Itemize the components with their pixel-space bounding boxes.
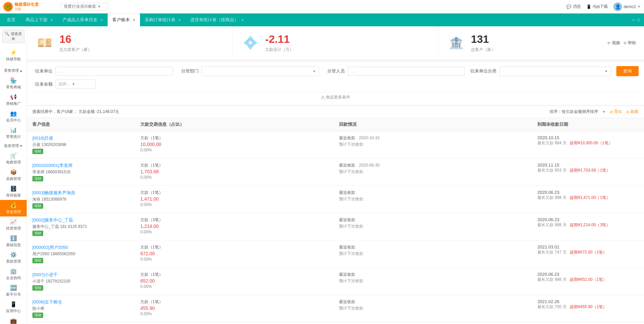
stats-icon: 📊: [10, 127, 17, 133]
customer-tag-4: 现销: [32, 258, 43, 263]
stat-card-right: ⊙ 视频 ⊙ 帮助: [607, 40, 636, 46]
filter-input-unit[interactable]: ...: [55, 67, 173, 76]
arrow-icon: ▲: [20, 69, 23, 72]
sidebar-item-guide[interactable]: 🆕 新手引导: [0, 283, 27, 299]
user-menu[interactable]: 👤 demo2 ▼: [613, 2, 641, 11]
due-date-4: 2021.03.01: [537, 244, 639, 249]
sidebar-item-retail-stats[interactable]: 📊 零售统计: [0, 125, 27, 141]
customer-name-5[interactable]: [0007]小进干: [32, 272, 140, 278]
debt-cell-3: 欠款（3笔） 1,214.00 0.00%: [140, 217, 339, 234]
overdue-link-1[interactable]: 超期¥1,703.68（1笔）: [570, 168, 610, 173]
app-download-label: App下载: [593, 4, 608, 9]
tab-product-status[interactable]: 商品上下架 ✕: [21, 13, 58, 26]
overdue-link-2[interactable]: 超期¥1,471.00（1笔）: [570, 195, 610, 200]
overdue-link-3[interactable]: 超期¥1,214.00（3笔）: [570, 223, 610, 227]
export-button[interactable]: ⊙ 导出: [610, 109, 622, 115]
debt-count-3: 欠款（3笔）: [140, 217, 339, 223]
maximize-icon[interactable]: □: [638, 18, 640, 22]
customer-name-3[interactable]: [0002]服务中心_丁磊: [32, 217, 140, 223]
customer-name-6[interactable]: [0006]去下粮仓: [32, 299, 140, 305]
sidebar-item-quick-nav[interactable]: ⚡ 快捷导航: [0, 47, 27, 64]
filter-dropdown-category[interactable]: ▼: [499, 66, 611, 76]
store-icon: 🏪: [10, 77, 17, 84]
table-row: [000002]用户2050 用户2050 18665062050 现销 欠款（…: [27, 240, 644, 268]
sidebar-item-marketing[interactable]: 📢 营销推广: [0, 92, 27, 108]
next-payment-4: 预计下次收款: [339, 251, 538, 257]
customer-tag-1: 现销: [32, 176, 43, 181]
filter-area: 往来单位 ... 分管部门 ▼ 分管人员: [27, 62, 644, 105]
sidebar-item-member[interactable]: 👥 会员中心: [0, 108, 27, 125]
sidebar-item-finance[interactable]: 💰 资金管理: [0, 200, 27, 216]
refresh-button[interactable]: ⊙ 刷新: [626, 109, 639, 115]
due-date-3: 2020.06.23: [537, 217, 639, 222]
overdue-link-0[interactable]: 超期¥10,000.00（1笔）: [570, 141, 613, 145]
overdue-link-4[interactable]: 超期¥672.00（1笔）: [570, 250, 607, 255]
customer-tag-6: 现销: [32, 313, 43, 318]
info-icon: ℹ️: [10, 235, 17, 241]
sidebar-search-button[interactable]: 🔍 搜索菜单: [2, 30, 25, 43]
result-info: 搜索结果中，客户16家， 欠款金额 -21,148.07元 排序：按欠款金额倒序…: [27, 106, 644, 117]
customer-name-2[interactable]: [0003]畅捷服务尹海燕: [32, 190, 140, 196]
filter-dropdown-dept[interactable]: ▼: [201, 66, 319, 76]
app-download-button[interactable]: 📱 App下载: [586, 4, 608, 9]
sidebar-item-retail-store[interactable]: 🏪 零售商城: [0, 75, 27, 92]
close-icon[interactable]: ✕: [50, 18, 53, 22]
debt-count-4: 欠款（1笔）: [140, 244, 339, 250]
help-link[interactable]: ⊙ 帮助: [623, 40, 636, 46]
sidebar-item-app-center[interactable]: 📱 应用中心: [0, 299, 27, 316]
user-chevron-icon: ▼: [637, 5, 641, 8]
close-icon[interactable]: ✕: [241, 18, 244, 22]
sidebar-item-ecommerce[interactable]: 🛒 电商管理: [0, 150, 27, 167]
repay-label-5: 最近收款: [339, 272, 538, 277]
stat-card-overdue-customers: 💴 16 总欠款客户（家）: [27, 26, 233, 59]
message-button[interactable]: 💬 消息: [566, 4, 581, 9]
sidebar-item-inventory[interactable]: 🗄️ 库存核算: [0, 183, 27, 200]
repay-cell-1: 最近收款 2020-06-30 预计下次收款: [339, 163, 538, 175]
sidebar-item-operations[interactable]: 📈 经营管理: [0, 216, 27, 233]
overdue-link-6[interactable]: 超期¥455.90（1笔）: [570, 304, 607, 309]
filter-input-person[interactable]: ...: [347, 67, 465, 76]
overdue-link-5[interactable]: 超期¥652.00（1笔）: [570, 277, 607, 282]
customer-tag-2: 现销: [32, 203, 43, 209]
industry-chevron-icon: ▼: [97, 5, 101, 8]
close-icon[interactable]: ✕: [133, 18, 135, 22]
repay-cell-0: 最近收款 2020-10-15 预计下次收款: [339, 135, 538, 147]
guide-icon: 🆕: [10, 285, 17, 291]
stat-label-debt: 欠款合计（万）: [265, 47, 293, 53]
sidebar-item-retail-mgmt[interactable]: 零售管理 ▲: [0, 66, 27, 75]
minimize-icon[interactable]: ─: [632, 18, 635, 22]
nav-controls: ─ □: [632, 18, 643, 22]
search-button[interactable]: 查询: [616, 66, 639, 76]
balance-select[interactable]: 选择... ▼: [55, 80, 96, 89]
tab-purchase-order[interactable]: 采购订单统计表 ✕: [140, 13, 186, 26]
tab-customer-account[interactable]: 客户账本 ✕: [108, 13, 140, 26]
customer-detail-5: 小进干 18279152100: [32, 278, 140, 284]
table-row: [0001020001]李老师 李老师 18600391516 现销 欠款（1笔…: [27, 158, 644, 186]
filter-label-unit: 往来单位: [32, 68, 53, 74]
sidebar-item-batch-mgmt[interactable]: 批发管理 ▼: [0, 141, 27, 150]
operations-icon: 📈: [10, 218, 17, 225]
tab-produce-history[interactable]: 产成品入库单历史 ✕: [58, 13, 108, 26]
repay-cell-5: 最近收款 预计下次收款: [339, 272, 538, 284]
tab-home[interactable]: 首页: [1, 13, 21, 26]
debt-amount-4: 672.00: [140, 251, 339, 256]
customer-name-0[interactable]: [0016]吕俊: [32, 135, 140, 141]
video-link[interactable]: ⊙ 视频: [607, 40, 620, 46]
unit-placeholder: ...: [58, 69, 65, 73]
customer-tag-3: 现销: [32, 231, 43, 236]
collapse-filter-button[interactable]: ⋀ 收起更多条件: [32, 92, 639, 102]
industry-selector[interactable]: 母婴行业演示账套 ▼: [61, 3, 108, 10]
sidebar-item-wecom[interactable]: 💼 企业微信: [0, 316, 27, 324]
tab-inventory-stats[interactable]: 进货单统计表（按商品） ✕: [186, 13, 249, 26]
sidebar-item-purchase[interactable]: 📦 采购管理: [0, 167, 27, 183]
customer-name-4[interactable]: [000002]用户2050: [32, 244, 140, 251]
close-icon[interactable]: ✕: [100, 18, 103, 22]
next-payment-5: 预计下次收款: [339, 278, 538, 284]
debt-amount-1: 1,703.68: [140, 169, 339, 174]
close-icon[interactable]: ✕: [178, 18, 181, 22]
sidebar-item-basic-info[interactable]: ℹ️ 基础信息: [0, 233, 27, 249]
sidebar-item-system[interactable]: ⚙️ 系统管理: [0, 249, 27, 266]
category-chevron-icon: ▼: [605, 69, 608, 73]
customer-name-1[interactable]: [0001020001]李老师: [32, 163, 140, 169]
sidebar-item-enterprise[interactable]: 🏢 企业协同: [0, 266, 27, 283]
